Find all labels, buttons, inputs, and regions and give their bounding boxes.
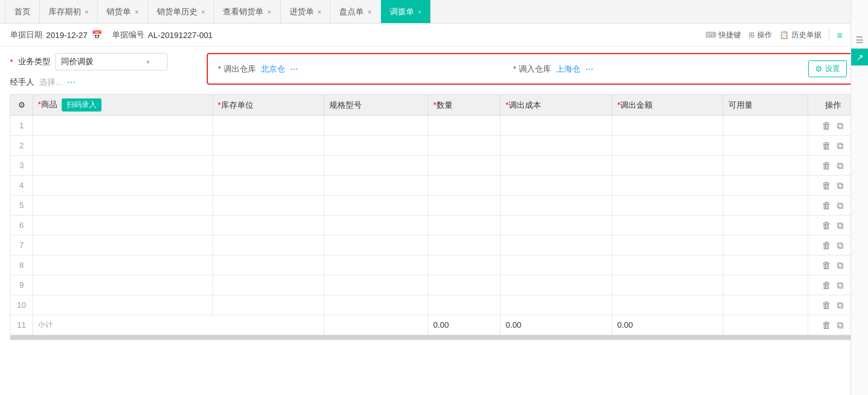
row-spec-3[interactable] [324,156,428,176]
shortcuts-button[interactable]: ⌨ 快捷键 [705,30,741,40]
row-copy-button[interactable]: ⧉ [835,160,846,171]
row-qty-6[interactable] [428,216,500,236]
tab-home[interactable]: 首页 [5,0,40,23]
row-amount-8[interactable] [612,255,724,275]
scan-button[interactable]: 扫码录入 [62,98,101,112]
row-cost-3[interactable] [501,156,612,176]
row-qty-5[interactable] [428,196,500,216]
tab-purchase-close[interactable]: × [318,8,321,16]
tab-transfer[interactable]: 调拨单 × [381,0,431,23]
row-product-6[interactable] [33,216,213,236]
row-product-1[interactable] [33,116,213,136]
row-amount-3[interactable] [612,156,724,176]
row-qty-4[interactable] [428,176,500,196]
row-copy-button[interactable]: ⧉ [835,140,846,151]
row-delete-button[interactable]: 🗑 [820,180,833,191]
row-qty-10[interactable] [428,295,500,315]
sidebar-list-icon[interactable]: ☰ [851,31,869,49]
row-qty-1[interactable] [428,116,500,136]
row-qty-9[interactable] [428,275,500,295]
row-available-7[interactable] [724,236,808,255]
tab-sales-history[interactable]: 销货单历史 × [148,0,214,23]
row-copy-button[interactable]: ⧉ [835,320,846,331]
tab-sales-order-close[interactable]: × [134,8,138,16]
row-copy-button[interactable]: ⧉ [835,280,846,291]
row-amount-6[interactable] [612,216,724,236]
row-available-8[interactable] [724,255,808,275]
tab-inventory-init-close[interactable]: × [85,8,88,16]
row-unit-5[interactable] [212,196,324,216]
row-product-5[interactable] [33,196,213,216]
row-amount-1[interactable] [612,116,724,136]
row-copy-button[interactable]: ⧉ [835,220,846,231]
row-spec-10[interactable] [324,295,428,315]
row-cost-10[interactable] [501,295,612,315]
row-unit-4[interactable] [212,176,324,196]
row-amount-7[interactable] [612,236,724,255]
row-copy-button[interactable]: ⧉ [835,240,846,251]
row-product-4[interactable] [33,176,213,196]
row-available-5[interactable] [724,196,808,216]
tab-sales-history-close[interactable]: × [201,8,205,16]
calendar-icon[interactable]: 📅 [92,30,102,40]
row-spec-2[interactable] [324,136,428,156]
row-unit-6[interactable] [212,216,324,236]
row-amount-2[interactable] [612,136,724,156]
row-unit-3[interactable] [212,156,324,176]
row-spec-8[interactable] [324,255,428,275]
tab-sales-order[interactable]: 销货单 × [98,0,148,23]
row-qty-7[interactable] [428,236,500,255]
tab-stocktake[interactable]: 盘点单 × [331,0,380,23]
row-delete-button[interactable]: 🗑 [820,300,833,310]
th-gear[interactable]: ⚙ [11,95,33,116]
tab-view-sales-close[interactable]: × [267,8,271,16]
row-delete-button[interactable]: 🗑 [820,140,833,151]
sidebar-external-icon[interactable]: ↗ [851,49,869,66]
row-available-6[interactable] [724,216,808,236]
row-copy-button[interactable]: ⧉ [835,120,846,131]
row-spec-9[interactable] [324,275,428,295]
row-cost-4[interactable] [501,176,612,196]
row-available-10[interactable] [724,295,808,315]
row-delete-button[interactable]: 🗑 [820,160,833,171]
tab-purchase[interactable]: 进货单 × [281,0,331,23]
row-product-3[interactable] [33,156,213,176]
person-more-button[interactable]: ··· [67,77,75,88]
row-copy-button[interactable]: ⧉ [835,200,846,211]
settings-button[interactable]: ⚙ 设置 [808,60,847,77]
row-available-4[interactable] [724,176,808,196]
row-qty-2[interactable] [428,136,500,156]
row-spec-4[interactable] [324,176,428,196]
row-cost-6[interactable] [501,216,612,236]
row-delete-button[interactable]: 🗑 [820,240,833,250]
tab-view-sales[interactable]: 查看销货单 × [214,0,280,23]
row-cost-9[interactable] [501,275,612,295]
row-spec-6[interactable] [324,216,428,236]
row-copy-button[interactable]: ⧉ [835,260,846,271]
row-delete-button[interactable]: 🗑 [820,320,833,330]
row-product-10[interactable] [33,295,213,315]
history-button[interactable]: 📋 历史单据 [780,30,821,40]
transfer-in-more-button[interactable]: ··· [585,64,593,75]
row-available-1[interactable] [724,116,808,136]
row-qty-8[interactable] [428,255,500,275]
row-available-9[interactable] [724,275,808,295]
row-product-2[interactable] [33,136,213,156]
business-type-select[interactable]: 同价调拨 ▾ [55,53,167,70]
row-amount-9[interactable] [612,275,724,295]
row-available-2[interactable] [724,136,808,156]
row-product-8[interactable] [33,255,213,275]
row-amount-10[interactable] [612,295,724,315]
row-unit-7[interactable] [212,236,324,255]
row-delete-button[interactable]: 🗑 [820,220,833,231]
row-spec-5[interactable] [324,196,428,216]
row-amount-5[interactable] [612,196,724,216]
row-cost-2[interactable] [501,136,612,156]
row-cost-1[interactable] [501,116,612,136]
tab-stocktake-close[interactable]: × [367,8,371,16]
row-copy-button[interactable]: ⧉ [835,180,846,191]
row-unit-2[interactable] [212,136,324,156]
row-spec-1[interactable] [324,116,428,136]
row-unit-10[interactable] [212,295,324,315]
row-unit-1[interactable] [212,116,324,136]
